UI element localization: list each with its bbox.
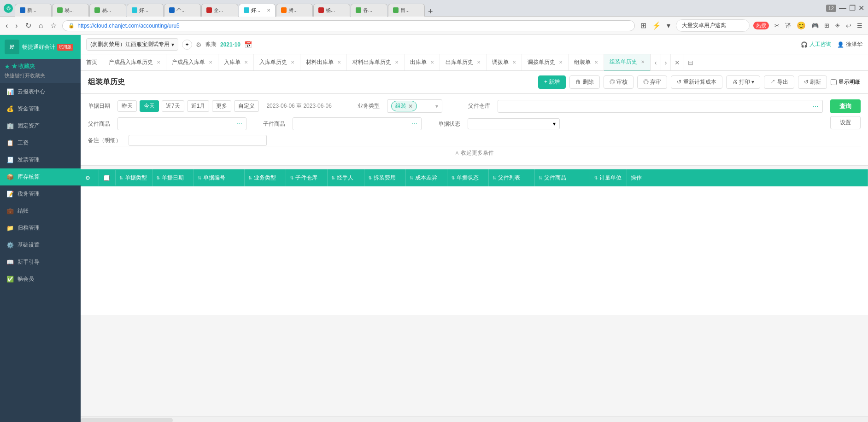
- th-settings[interactable]: ⚙: [81, 170, 99, 186]
- filter-settings-button[interactable]: 设置: [830, 116, 861, 129]
- add-button[interactable]: + 新增: [538, 75, 566, 89]
- browser-tab-5[interactable]: 个...: [164, 4, 201, 17]
- browser-tab-10[interactable]: 各...: [351, 4, 387, 17]
- child-product-ellipsis[interactable]: ···: [411, 120, 417, 128]
- minimize-button[interactable]: —: [839, 4, 846, 12]
- date-7days-btn[interactable]: 近7天: [162, 100, 184, 112]
- dropdown-button[interactable]: ▾: [665, 19, 672, 32]
- company-selector[interactable]: (勿删勿禁用）江西服宝测试专用 ▾: [86, 38, 178, 51]
- nav-tab-12-close[interactable]: ✕: [641, 59, 645, 64]
- th-parent-list[interactable]: ⇅ 父件列表: [489, 169, 535, 186]
- apps-button[interactable]: ⊞: [822, 20, 831, 31]
- th-unit[interactable]: ⇅ 计量单位: [590, 169, 627, 186]
- date-custom-btn[interactable]: 自定义: [234, 100, 259, 112]
- nav-tab-8[interactable]: 出库单历史 ✕: [440, 54, 487, 71]
- nav-tab-2-close[interactable]: ✕: [209, 60, 212, 65]
- browser-tab-9[interactable]: 畅...: [313, 4, 350, 17]
- sidebar-item-archive[interactable]: 📁 归档管理: [0, 220, 81, 237]
- search-box[interactable]: 大量安卓用户逃离: [676, 19, 750, 32]
- nav-tab-5-close[interactable]: ✕: [337, 60, 341, 65]
- query-button[interactable]: 查询: [830, 99, 861, 113]
- grid-button[interactable]: ⊞: [639, 19, 648, 32]
- sidebar-item-assets[interactable]: 🏢 固定资产: [0, 117, 81, 134]
- browser-tab-1[interactable]: 新...: [15, 4, 52, 17]
- nav-tab-4[interactable]: 入库单历史 ✕: [254, 54, 300, 71]
- parent-product-ellipsis[interactable]: ···: [236, 120, 242, 128]
- nav-tab-1-close[interactable]: ✕: [157, 60, 160, 65]
- browser-tab-4[interactable]: 好...: [127, 4, 164, 17]
- nav-tab-12[interactable]: 组装单历史 ✕: [604, 54, 651, 71]
- date-1month-btn[interactable]: 近1月: [187, 100, 210, 112]
- collapse-bar[interactable]: ∧ 收起更多条件: [88, 146, 861, 160]
- nav-tab-home[interactable]: 首页: [81, 54, 103, 71]
- sidebar-item-settle[interactable]: 💼 结账: [0, 202, 81, 220]
- calendar-icon[interactable]: 📅: [244, 41, 252, 48]
- refresh-page-button[interactable]: ↺ 刷新: [798, 75, 827, 89]
- favorites-section[interactable]: ★ ★ 收藏夹 快捷键打开收藏夹: [0, 59, 81, 83]
- business-type-dropdown[interactable]: ▾: [435, 103, 438, 110]
- sidebar-item-invoice[interactable]: 🧾 发票管理: [0, 151, 81, 168]
- forward-button[interactable]: ›: [13, 20, 19, 32]
- audit-button[interactable]: ◎ 审核: [604, 75, 633, 89]
- bookmark-button[interactable]: ☆: [48, 19, 59, 32]
- select-all-checkbox[interactable]: [104, 175, 110, 181]
- sidebar-item-member[interactable]: ✅ 畅会员: [0, 271, 81, 288]
- th-biz-type[interactable]: ⇅ 业务类型: [245, 169, 286, 186]
- tab-close-7[interactable]: ✕: [267, 8, 270, 13]
- nav-tab-1[interactable]: 产成品入库单历史 ✕: [103, 54, 166, 71]
- print-button[interactable]: 🖨 打印 ▾: [726, 75, 761, 89]
- business-type-remove[interactable]: ✕: [408, 103, 413, 110]
- browser-tab-3[interactable]: 易...: [89, 4, 126, 17]
- browser-tab-6[interactable]: 企...: [201, 4, 238, 17]
- parent-warehouse-ellipsis[interactable]: ···: [813, 102, 819, 110]
- show-detail-checkbox[interactable]: 显示明细: [831, 78, 861, 86]
- nav-scroll-right[interactable]: ›: [661, 54, 671, 71]
- th-bill-type[interactable]: ⇅ 单据类型: [116, 169, 152, 186]
- nav-tab-7-close[interactable]: ✕: [430, 60, 434, 65]
- nav-tab-9-close[interactable]: ✕: [512, 60, 516, 65]
- support-link[interactable]: 🎧 人工咨询: [801, 40, 832, 48]
- address-bar[interactable]: 🔒 https://cloud.chanjet.com/accounting/u…: [62, 20, 635, 31]
- parent-product-input[interactable]: ···: [117, 117, 246, 130]
- th-cost-diff[interactable]: ⇅ 成本差异: [406, 169, 447, 186]
- scrollbar-thumb[interactable]: [81, 418, 173, 422]
- th-bill-date[interactable]: ⇅ 单据日期: [152, 169, 194, 186]
- browser-tab-11[interactable]: 目...: [388, 4, 425, 17]
- add-company-button[interactable]: +: [182, 40, 192, 50]
- business-type-input[interactable]: 组装 ✕ ▾: [387, 99, 442, 113]
- scissors-button[interactable]: ✂: [773, 20, 781, 31]
- nav-close-all[interactable]: ✕: [670, 54, 684, 71]
- lightning-button[interactable]: ⚡: [650, 19, 663, 32]
- th-bill-no[interactable]: ⇅ 单据编号: [194, 169, 245, 186]
- nav-more-options[interactable]: ⊟: [684, 54, 697, 71]
- export-button[interactable]: ↗ 导出: [764, 75, 794, 89]
- remarks-input[interactable]: [129, 135, 267, 146]
- nav-tab-10-close[interactable]: ✕: [559, 60, 563, 65]
- nav-tab-7[interactable]: 出库单 ✕: [405, 54, 440, 71]
- scrollbar-area[interactable]: [81, 416, 868, 422]
- nav-tab-3-close[interactable]: ✕: [244, 60, 248, 65]
- nav-tab-11-close[interactable]: ✕: [594, 60, 598, 65]
- sidebar-item-payroll[interactable]: 📋 工资: [0, 134, 81, 151]
- nav-tab-4-close[interactable]: ✕: [291, 60, 294, 65]
- recalculate-button[interactable]: ↺ 重新计算成本: [671, 75, 722, 89]
- refresh-browser-button[interactable]: ↻: [23, 19, 33, 32]
- th-checkbox[interactable]: [99, 170, 116, 185]
- th-disassemble-fee[interactable]: ⇅ 拆装费用: [364, 169, 406, 186]
- translate-button[interactable]: 译: [783, 20, 793, 32]
- company-settings-button[interactable]: ⚙: [196, 41, 202, 48]
- parent-warehouse-input[interactable]: ···: [498, 100, 823, 113]
- delete-button[interactable]: 🗑 删除: [569, 75, 599, 89]
- back-button[interactable]: ‹: [4, 20, 10, 32]
- date-today-btn[interactable]: 今天: [140, 100, 159, 112]
- nav-scroll-left[interactable]: ‹: [651, 54, 661, 71]
- menu-button[interactable]: ☰: [855, 20, 864, 31]
- date-yesterday-btn[interactable]: 昨天: [117, 100, 137, 112]
- voucher-status-select[interactable]: ▾: [468, 118, 560, 129]
- sun-button[interactable]: ☀: [833, 20, 842, 31]
- game-button[interactable]: 🎮: [809, 20, 821, 31]
- sidebar-item-guide[interactable]: 📖 新手引导: [0, 254, 81, 271]
- nav-tab-9[interactable]: 调拨单 ✕: [487, 54, 522, 71]
- browser-tab-2[interactable]: 易...: [52, 4, 89, 17]
- undo-button[interactable]: ↩: [844, 20, 853, 31]
